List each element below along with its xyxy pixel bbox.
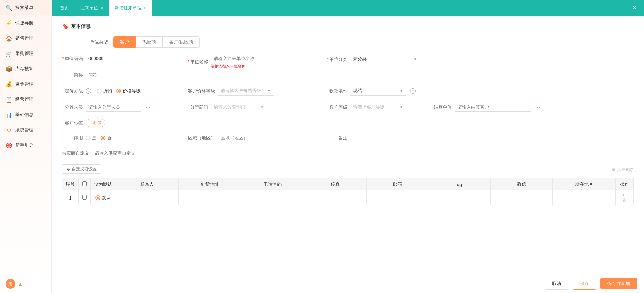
customer-price-level-field: 客户价格等级 请选择客户价格等级 ▼ xyxy=(187,86,327,96)
select-all-checkbox[interactable] xyxy=(82,181,87,186)
wechat-input[interactable] xyxy=(494,195,549,201)
cell-region[interactable] xyxy=(553,190,616,205)
sidebar-item-guide[interactable]: 🎯 新手引导 xyxy=(0,138,51,153)
phone-input[interactable] xyxy=(245,195,300,201)
sidebar-item-inventory[interactable]: 📦 库存核算 xyxy=(0,61,51,76)
tab-contacts[interactable]: 往来单位 ✕ xyxy=(74,0,109,16)
radio-no-circle xyxy=(101,136,105,140)
row-delete-icon[interactable]: 🗑 xyxy=(622,198,627,203)
cancel-button[interactable]: 取消 xyxy=(545,278,568,290)
cell-contact[interactable] xyxy=(116,190,179,205)
dept-field: 分管部门 请输入分管部门 ▼ xyxy=(187,103,327,112)
fax-input[interactable] xyxy=(308,195,363,201)
settlement-input[interactable] xyxy=(455,103,531,112)
email-input[interactable] xyxy=(370,195,425,201)
abbr-input[interactable] xyxy=(86,71,141,79)
unit-category-select[interactable]: 未分类 ▼ xyxy=(350,55,420,64)
region-input[interactable] xyxy=(218,134,274,142)
customer-level-chevron: ▼ xyxy=(400,105,403,109)
cell-no: 1 xyxy=(62,190,79,205)
radio-discount[interactable]: 折扣 xyxy=(97,88,112,94)
pricing-help-icon[interactable]: ? xyxy=(86,88,91,94)
sidebar-item-finance[interactable]: 💰 资金管理 xyxy=(0,76,51,92)
customer-price-level-label: 客户价格等级 xyxy=(187,88,215,94)
cell-wechat[interactable] xyxy=(490,190,553,205)
payment-terms-select[interactable]: 现结 ▼ xyxy=(350,86,406,96)
save-button[interactable]: 保存 xyxy=(573,278,596,290)
custom-settings-button[interactable]: ⚙ 自定义项设置 xyxy=(62,164,101,174)
region-label: 区域（地区） xyxy=(187,135,215,141)
unit-category-label: 单位分类 xyxy=(327,56,347,63)
section-title: 🔖 基本信息 xyxy=(62,23,634,30)
tab-new-contact[interactable]: 新增往来单位 ✕ xyxy=(109,0,152,16)
sidebar-item-quick-nav[interactable]: ⚡ 快捷导航 xyxy=(0,15,51,31)
th-fax: 传真 xyxy=(304,178,367,190)
customer-level-label: 客户等级 xyxy=(327,104,347,111)
payment-terms-help-icon[interactable]: ? xyxy=(410,88,416,94)
unit-code-label: 单位编码 xyxy=(62,56,83,62)
tab-home[interactable]: 首页 xyxy=(54,0,74,16)
cell-address[interactable] xyxy=(178,190,241,205)
disabled-field: 停用 是 否 xyxy=(62,135,187,141)
contact-input[interactable] xyxy=(119,195,175,201)
sidebar-item-system[interactable]: ⚙ 系统管理 xyxy=(0,122,51,138)
row-default-radio[interactable]: 默认 xyxy=(94,195,112,201)
customer-tag-label: 客户标签 xyxy=(62,120,83,126)
qq-input[interactable] xyxy=(432,195,487,201)
tab-new-contact-close[interactable]: ✕ xyxy=(144,6,147,10)
sidebar-item-operations[interactable]: 📋 经营管理 xyxy=(0,92,51,107)
cell-email[interactable] xyxy=(366,190,429,205)
th-checkbox xyxy=(79,178,91,190)
cell-qq[interactable] xyxy=(429,190,490,205)
tag-add-button[interactable]: + 标签 xyxy=(86,119,105,127)
window-close-button[interactable]: ✕ xyxy=(628,4,641,12)
row-checkbox[interactable] xyxy=(82,195,87,200)
region-field: 区域（地区） ··· xyxy=(187,134,327,142)
sidebar-item-basic-info[interactable]: 📊 基础信息 xyxy=(0,107,51,122)
region-more-icon[interactable]: ··· xyxy=(276,135,284,141)
settlement-more-icon[interactable]: ··· xyxy=(534,104,541,111)
unit-name-input[interactable] xyxy=(211,55,288,63)
cell-fax[interactable] xyxy=(304,190,367,205)
customer-level-select[interactable]: 请选择客户等级 ▼ xyxy=(350,103,406,112)
cell-checkbox xyxy=(79,190,91,205)
customer-price-level-select[interactable]: 请选择客户价格等级 ▼ xyxy=(218,86,274,96)
row-add-icon[interactable]: + xyxy=(622,193,625,198)
inventory-icon: 📦 xyxy=(6,65,13,72)
remark-input[interactable] xyxy=(350,134,455,142)
unit-type-row: 单位类型 客户 供应商 客户/供应商 xyxy=(90,36,634,48)
region-table-input[interactable] xyxy=(556,195,612,201)
unit-code-field: 单位编码 xyxy=(62,55,187,63)
th-phone: 电话号码 xyxy=(241,178,304,190)
cell-phone[interactable] xyxy=(241,190,304,205)
type-btn-customer[interactable]: 客户 xyxy=(113,36,136,48)
section-flag-icon: 🔖 xyxy=(62,23,69,30)
sidebar-item-sales[interactable]: 🏠 销售管理 xyxy=(0,31,51,46)
supplier-custom-input[interactable] xyxy=(92,149,168,157)
sidebar-item-purchase[interactable]: 🛒 采购管理 xyxy=(0,46,51,61)
tab-contacts-close[interactable]: ✕ xyxy=(100,6,103,10)
manager-input[interactable] xyxy=(86,103,141,112)
unit-code-input[interactable] xyxy=(86,55,141,63)
type-btn-both[interactable]: 客户/供应商 xyxy=(163,36,200,48)
type-btn-supplier[interactable]: 供应商 xyxy=(136,36,163,48)
address-input[interactable] xyxy=(182,195,238,201)
radio-no[interactable]: 否 xyxy=(101,135,111,141)
tag-add-label: 标签 xyxy=(93,120,102,126)
unit-category-chevron: ▼ xyxy=(414,57,417,61)
sidebar-item-search[interactable]: 🔍 搜索菜单 xyxy=(0,0,51,15)
dept-select[interactable]: 请输入分管部门 ▼ xyxy=(211,103,267,112)
radio-yes[interactable]: 是 xyxy=(86,135,96,141)
manager-more-icon[interactable]: ··· xyxy=(144,104,151,111)
sidebar-bottom: 用 ▲ xyxy=(0,275,51,293)
user-avatar: 用 xyxy=(6,279,15,289)
bulk-delete-button[interactable]: 🗑 批量删除 xyxy=(612,167,634,173)
unit-category-field: 单位分类 未分类 ▼ xyxy=(327,55,634,64)
radio-price-level[interactable]: 价格等级 xyxy=(116,88,141,94)
table-header-row: 序号 设为默认 联系人 到货地址 电话号码 传真 邮箱 qq 微信 所在地区 操… xyxy=(62,178,634,190)
manager-label: 分管人员 xyxy=(62,104,83,111)
purchase-icon: 🛒 xyxy=(6,50,13,57)
disabled-radio-group: 是 否 xyxy=(86,135,111,141)
system-icon: ⚙ xyxy=(6,127,13,133)
save-new-button[interactable]: 保存并新增 xyxy=(600,278,637,289)
